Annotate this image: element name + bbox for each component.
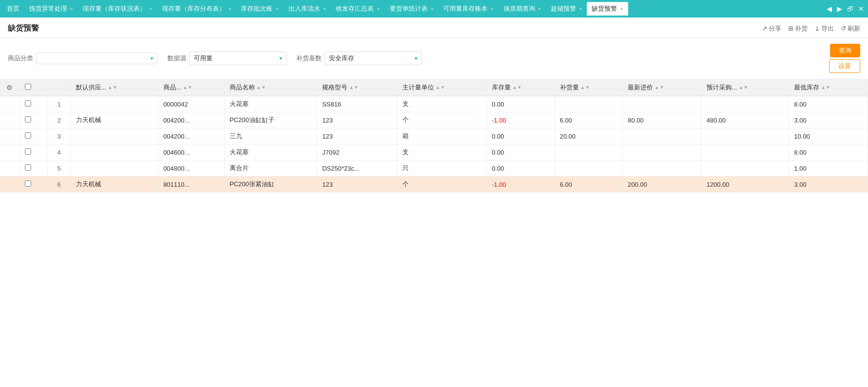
tab-overstock[interactable]: 超储预警 ×	[546, 2, 587, 16]
query-button[interactable]: 查询	[830, 44, 860, 57]
row-est-purchase	[702, 160, 789, 176]
row-number: 3	[47, 128, 71, 144]
row-product-code: 004800...	[158, 160, 224, 176]
close-tab-abnormal[interactable]: ×	[70, 6, 73, 12]
tab-stock-status[interactable]: 现存量（库存状况表） ×	[78, 2, 157, 16]
col-unit[interactable]: 主计量单位 ▲▼	[398, 79, 487, 96]
close-tab-inout[interactable]: ×	[323, 6, 326, 12]
close-tab-overstock[interactable]: ×	[579, 6, 582, 12]
select-all-checkbox[interactable]	[25, 84, 31, 90]
col-gear[interactable]: ⚙	[0, 79, 19, 96]
sort-icon: ▲▼	[349, 85, 359, 90]
filter-datasource-label: 数据源	[167, 54, 186, 63]
tab-stock-dist[interactable]: 现存量（库存分布表） ×	[157, 2, 236, 16]
row-checkbox[interactable]	[19, 112, 47, 128]
row-unit: 箱	[398, 128, 487, 144]
tab-bar: 首页 拣货异常处理 × 现存量（库存状况表） × 现存量（库存分布表） × 库存…	[0, 0, 868, 18]
row-stock-qty: 0.00	[487, 96, 555, 112]
export-button[interactable]: ⤓ 导出	[814, 24, 834, 33]
row-latest-price	[623, 96, 702, 112]
sort-icon: ▲▼	[654, 85, 664, 90]
tab-abnormal[interactable]: 拣货异常处理 ×	[24, 2, 78, 16]
row-select-checkbox[interactable]	[25, 164, 31, 171]
tab-collect[interactable]: 收发存汇总表 ×	[331, 2, 384, 16]
close-tab-shortage[interactable]: ×	[620, 6, 623, 12]
row-number: 6	[47, 176, 71, 193]
header-actions: ↗ 分享 ⊞ 补货 ⤓ 导出 ↺ 刷新	[762, 24, 860, 33]
row-spec: J7092	[317, 144, 398, 160]
close-tab-batch[interactable]: ×	[275, 6, 278, 12]
row-product-name: 三九	[224, 128, 317, 144]
tab-close-button[interactable]: ✕	[856, 5, 866, 13]
row-checkbox[interactable]	[19, 160, 47, 176]
row-product-name: 火花塞	[224, 144, 317, 160]
row-min-stock: 8.00	[789, 144, 868, 160]
tab-home[interactable]: 首页	[2, 2, 24, 16]
tab-order-stat[interactable]: 要货单统计表 ×	[385, 2, 438, 16]
row-select-checkbox[interactable]	[25, 148, 31, 155]
refresh-button[interactable]: ↺ 刷新	[841, 24, 860, 33]
row-select-checkbox[interactable]	[25, 100, 31, 106]
col-replenish-qty[interactable]: 补货量 ▲▼	[555, 79, 623, 96]
share-button[interactable]: ↗ 分享	[762, 24, 781, 33]
tab-restore-button[interactable]: 🗗	[845, 5, 855, 13]
row-replenish-qty	[555, 96, 623, 112]
data-table: ⚙ 默认供应... ▲▼ 商品...	[0, 79, 868, 193]
row-checkbox[interactable]	[19, 144, 47, 160]
table-row: 6 力天机械 801110... PC200张紧油缸 123 个 -1.00 6…	[0, 176, 868, 193]
filter-replenish-base-select[interactable]: 安全库存 ▾	[325, 52, 422, 65]
col-latest-price[interactable]: 最新进价 ▲▼	[623, 79, 702, 96]
close-tab-collect[interactable]: ×	[377, 6, 380, 12]
gear-icon[interactable]: ⚙	[6, 84, 13, 91]
close-tab-order-stat[interactable]: ×	[431, 6, 434, 12]
sort-icon: ▲▼	[821, 85, 831, 90]
col-default-supplier[interactable]: 默认供应... ▲▼	[71, 79, 158, 96]
row-est-purchase: 1200.00	[702, 176, 789, 193]
tab-inout[interactable]: 出入库流水 ×	[284, 2, 331, 16]
filter-category-select[interactable]: ▾	[36, 53, 158, 64]
row-latest-price: 80.00	[623, 112, 702, 128]
sort-icon: ▲▼	[108, 85, 117, 90]
row-stock-qty: 0.00	[487, 128, 555, 144]
row-latest-price	[623, 128, 702, 144]
col-checkbox[interactable]	[19, 79, 47, 96]
filter-datasource-value: 可用量	[194, 54, 213, 63]
row-checkbox[interactable]	[19, 128, 47, 144]
close-tab-stock-status[interactable]: ×	[149, 6, 152, 12]
col-est-purchase[interactable]: 预计采购... ▲▼	[702, 79, 789, 96]
col-product-name[interactable]: 商品名称 ▲▼	[224, 79, 317, 96]
row-checkbox[interactable]	[19, 96, 47, 112]
col-product-code[interactable]: 商品... ▲▼	[158, 79, 224, 96]
row-select-checkbox[interactable]	[25, 116, 31, 123]
sort-icon: ▲▼	[182, 85, 192, 90]
replenish-button[interactable]: ⊞ 补货	[788, 24, 808, 33]
row-select-checkbox[interactable]	[25, 180, 31, 187]
sort-icon: ▲▼	[435, 85, 445, 90]
row-replenish-qty: 20.00	[555, 128, 623, 144]
tab-next-button[interactable]: ▶	[835, 5, 844, 13]
tab-expiry[interactable]: 保质期查询 ×	[499, 2, 546, 16]
col-min-stock[interactable]: 最低库存 ▲▼	[789, 79, 868, 96]
refresh-icon: ↺	[841, 25, 846, 32]
close-tab-stock-dist[interactable]: ×	[228, 6, 231, 12]
row-gear	[0, 96, 19, 112]
row-spec: 123	[317, 128, 398, 144]
filter-datasource-select[interactable]: 可用量 ▾	[189, 52, 287, 65]
page-title: 缺货预警	[8, 23, 762, 34]
row-default-supplier	[71, 160, 158, 176]
col-spec[interactable]: 规格型号 ▲▼	[317, 79, 398, 96]
table-row: 2 力天机械 004200... PC200油缸缸子 123 个 -1.00 6…	[0, 112, 868, 128]
tab-available[interactable]: 可用量库存账本 ×	[438, 2, 498, 16]
table-header-row: ⚙ 默认供应... ▲▼ 商品...	[0, 79, 868, 96]
close-tab-expiry[interactable]: ×	[538, 6, 541, 12]
row-checkbox[interactable]	[19, 176, 47, 193]
row-select-checkbox[interactable]	[25, 132, 31, 139]
col-stock-qty[interactable]: 库存量 ▲▼	[487, 79, 555, 96]
table-container: ⚙ 默认供应... ▲▼ 商品...	[0, 79, 868, 193]
tab-shortage[interactable]: 缺货预警 ×	[587, 2, 628, 16]
row-spec: 123	[317, 176, 398, 193]
close-tab-available[interactable]: ×	[490, 6, 493, 12]
settings-button[interactable]: 设置	[829, 59, 860, 73]
tab-prev-button[interactable]: ◀	[825, 5, 834, 13]
tab-batch[interactable]: 库存批次账 ×	[236, 2, 283, 16]
